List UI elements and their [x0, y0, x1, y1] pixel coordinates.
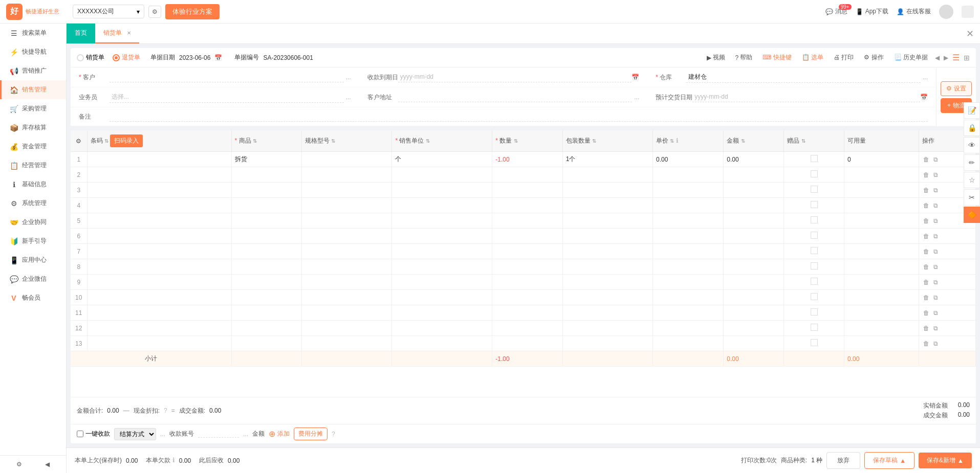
one-click-checkbox[interactable]: [77, 431, 83, 437]
unit-price-cell[interactable]: [653, 275, 724, 290]
sidebar-item-marketing[interactable]: 📢 营销推广: [0, 61, 66, 80]
gift-checkbox[interactable]: [811, 308, 818, 316]
gift-checkbox[interactable]: [811, 262, 818, 269]
copy-row-button[interactable]: ⧉: [932, 216, 939, 226]
product-cell[interactable]: [231, 198, 301, 213]
calendar-icon[interactable]: 📅: [214, 54, 222, 61]
pack-qty-cell[interactable]: [562, 259, 652, 275]
barcode-cell[interactable]: [87, 321, 231, 336]
pack-qty-cell[interactable]: [562, 336, 652, 351]
add-payment-btn[interactable]: ⊕ 添加: [269, 429, 290, 439]
qty-cell[interactable]: -1.00: [492, 152, 562, 167]
copy-row-button[interactable]: ⧉: [932, 155, 939, 164]
qty-cell[interactable]: [492, 305, 562, 321]
product-cell[interactable]: [231, 229, 301, 244]
copy-row-button[interactable]: ⧉: [932, 201, 939, 210]
gift-checkbox[interactable]: [811, 293, 818, 300]
settings-button[interactable]: ⚙ 设置: [941, 81, 972, 96]
delete-row-button[interactable]: 🗑: [922, 324, 930, 333]
pack-qty-cell[interactable]: [562, 244, 652, 259]
sidebar-item-member[interactable]: V 畅会员: [0, 288, 66, 307]
qty-cell[interactable]: [492, 183, 562, 198]
float-btn-edit[interactable]: ✏: [964, 154, 980, 171]
float-btn-view[interactable]: 👁: [964, 137, 980, 153]
gift-checkbox[interactable]: [811, 170, 818, 177]
customer-select-btn[interactable]: ...: [346, 74, 351, 81]
product-cell[interactable]: [231, 244, 301, 259]
one-click-payment[interactable]: 一键收款: [77, 430, 110, 438]
unit-cell[interactable]: [392, 213, 492, 229]
radio-return-order[interactable]: 退货单: [113, 53, 140, 62]
account-dots[interactable]: ...: [243, 431, 248, 438]
float-btn-cut[interactable]: ✂: [964, 189, 980, 206]
info-icon[interactable]: ℹ: [172, 457, 175, 464]
tab-close-icon[interactable]: ✕: [127, 30, 131, 36]
warehouse-input[interactable]: 建材仓: [686, 72, 921, 83]
unit-cell[interactable]: [392, 275, 492, 290]
unit-cell[interactable]: 个: [392, 152, 492, 167]
col-settings[interactable]: ⚙: [71, 130, 87, 152]
calc-method-dots[interactable]: ...: [160, 431, 165, 438]
next-btn[interactable]: ▶: [944, 54, 948, 61]
sidebar-collapse-icon[interactable]: ◀: [45, 461, 50, 468]
copy-row-button[interactable]: ⧉: [932, 324, 939, 333]
select-order-btn[interactable]: 📋 选单: [799, 52, 826, 63]
sidebar-item-wechat[interactable]: 💬 企业微信: [0, 269, 66, 288]
gift-cell[interactable]: [784, 290, 844, 305]
app-download-button[interactable]: 📱 App下载: [856, 7, 888, 16]
spec-cell[interactable]: [301, 183, 391, 198]
gift-cell[interactable]: [784, 244, 844, 259]
spec-cell[interactable]: [301, 290, 391, 305]
print-btn[interactable]: 🖨 打印: [831, 52, 857, 63]
qty-cell[interactable]: [492, 290, 562, 305]
copy-row-button[interactable]: ⧉: [932, 339, 939, 348]
unit-cell[interactable]: [392, 305, 492, 321]
gift-cell[interactable]: [784, 321, 844, 336]
amount-cell[interactable]: [724, 213, 784, 229]
delete-row-button[interactable]: 🗑: [922, 308, 930, 318]
barcode-cell[interactable]: [87, 244, 231, 259]
unit-cell[interactable]: [392, 244, 492, 259]
pack-qty-cell[interactable]: [562, 167, 652, 183]
pack-qty-cell[interactable]: [562, 183, 652, 198]
delete-row-button[interactable]: 🗑: [922, 293, 930, 302]
pack-qty-cell[interactable]: [562, 290, 652, 305]
qty-cell[interactable]: [492, 198, 562, 213]
qty-cell[interactable]: [492, 275, 562, 290]
gift-cell[interactable]: [784, 305, 844, 321]
gift-cell[interactable]: [784, 183, 844, 198]
copy-row-button[interactable]: ⧉: [932, 293, 939, 302]
gift-cell[interactable]: [784, 167, 844, 183]
gift-checkbox[interactable]: [811, 247, 818, 254]
unit-price-cell[interactable]: [653, 305, 724, 321]
experience-button[interactable]: 体验行业方案: [165, 4, 220, 19]
operation-btn[interactable]: ⚙ 操作: [861, 52, 886, 63]
gift-checkbox[interactable]: [811, 186, 818, 193]
question-icon[interactable]: ?: [164, 407, 167, 414]
barcode-cell[interactable]: [87, 275, 231, 290]
copy-row-button[interactable]: ⧉: [932, 186, 939, 195]
account-input[interactable]: [198, 430, 239, 438]
pack-qty-cell[interactable]: [562, 198, 652, 213]
delete-row-button[interactable]: 🗑: [922, 247, 930, 256]
unit-cell[interactable]: [392, 229, 492, 244]
gift-checkbox[interactable]: [811, 324, 818, 331]
unit-price-cell[interactable]: [653, 213, 724, 229]
pack-qty-cell[interactable]: [562, 229, 652, 244]
amount-cell[interactable]: [724, 275, 784, 290]
float-btn-star[interactable]: ☆: [964, 172, 980, 188]
spec-cell[interactable]: [301, 213, 391, 229]
discard-button[interactable]: 放弃: [826, 452, 860, 469]
qty-cell[interactable]: [492, 336, 562, 351]
receivable-date-input[interactable]: yyyy-mm-dd: [398, 72, 632, 82]
barcode-cell[interactable]: [87, 198, 231, 213]
unit-cell[interactable]: [392, 321, 492, 336]
company-selector[interactable]: XXXXXX公司 ▾: [73, 5, 144, 18]
delete-row-button[interactable]: 🗑: [922, 216, 930, 226]
sidebar-item-operations[interactable]: 📋 经营管理: [0, 156, 66, 175]
amount-cell[interactable]: [724, 305, 784, 321]
sidebar-item-sales[interactable]: 🏠 销售管理: [0, 80, 66, 99]
salesman-input[interactable]: 选择...: [110, 92, 344, 103]
product-cell[interactable]: [231, 305, 301, 321]
sidebar-item-appstore[interactable]: 📱 应用中心: [0, 251, 66, 269]
